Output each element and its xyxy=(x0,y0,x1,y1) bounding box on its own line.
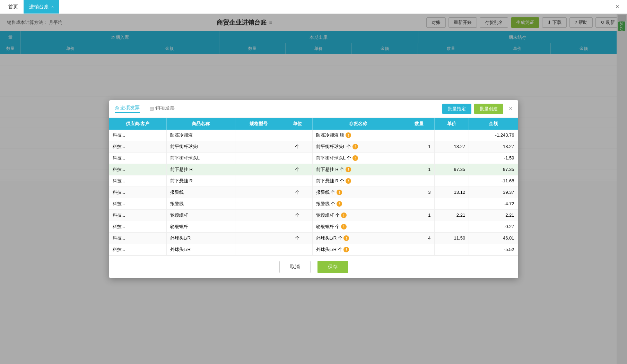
table-cell-5 xyxy=(404,130,434,141)
table-cell-6: 13.12 xyxy=(434,187,469,198)
table-cell-4: 外球头L/R 个 ! xyxy=(312,232,404,244)
table-row[interactable]: 科技...前下悬挂 R前下悬挂 R 个 !-11.68 xyxy=(109,175,518,187)
table-cell-0: 科技... xyxy=(109,209,167,221)
table-cell-0: 科技... xyxy=(109,175,167,187)
table-cell-5: 3 xyxy=(404,187,434,198)
table-cell-5: 1 xyxy=(404,164,434,175)
col-quantity: 数量 xyxy=(404,118,434,130)
col-spec: 规格型号 xyxy=(235,118,282,130)
table-cell-2 xyxy=(235,198,282,209)
table-cell-3 xyxy=(282,244,312,255)
table-cell-1: 报警线 xyxy=(166,198,235,209)
table-cell-5 xyxy=(404,244,434,255)
table-cell-2 xyxy=(235,175,282,187)
modal-header-actions: 批量指定 批量创建 × xyxy=(442,104,513,114)
table-row[interactable]: 科技...外球头L/R外球头L/R 个 !-5.52 xyxy=(109,244,518,255)
col-amount: 金额 xyxy=(469,118,518,130)
table-cell-2 xyxy=(235,232,282,244)
table-cell-7: 39.37 xyxy=(469,187,518,198)
modal-footer: 取消 保存 xyxy=(109,255,518,278)
tab-outbound-invoice[interactable]: ▤ 销项发票 xyxy=(149,105,175,113)
table-cell-0: 科技... xyxy=(109,130,167,141)
top-bar: 首页 进销台账 × × xyxy=(0,0,627,14)
cancel-button[interactable]: 取消 xyxy=(279,261,311,273)
table-cell-4: 前平衡杆球头L 个 ! xyxy=(312,152,404,164)
table-cell-3: 个 xyxy=(282,232,312,244)
table-cell-2 xyxy=(235,221,282,232)
table-cell-6 xyxy=(434,152,469,164)
table-cell-2 xyxy=(235,187,282,198)
table-cell-7: -4.72 xyxy=(469,198,518,209)
table-cell-6: 11.50 xyxy=(434,232,469,244)
inbound-tab-icon: ◎ xyxy=(115,105,119,111)
table-cell-4: 前下悬挂 R 个 ! xyxy=(312,175,404,187)
table-cell-3: 个 xyxy=(282,141,312,152)
table-cell-1: 前平衡杆球头L xyxy=(166,141,235,152)
table-cell-0: 科技... xyxy=(109,187,167,198)
table-cell-7: 13.27 xyxy=(469,141,518,152)
col-supplier: 供应商/客户 xyxy=(109,118,167,130)
table-cell-7: 2.21 xyxy=(469,209,518,221)
table-cell-5 xyxy=(404,152,434,164)
table-cell-6 xyxy=(434,244,469,255)
tab-label: 进销台账 xyxy=(29,4,49,10)
table-cell-7: 46.01 xyxy=(469,232,518,244)
table-cell-1: 外球头L/R xyxy=(166,244,235,255)
home-tab[interactable]: 首页 xyxy=(3,0,24,14)
table-cell-3 xyxy=(282,175,312,187)
batch-assign-button[interactable]: 批量指定 xyxy=(442,104,471,114)
table-cell-2 xyxy=(235,209,282,221)
table-cell-0: 科技... xyxy=(109,164,167,175)
table-cell-6 xyxy=(434,221,469,232)
table-cell-3 xyxy=(282,198,312,209)
tab-inbound-invoice[interactable]: ◎ 进项发票 xyxy=(115,105,140,113)
jinxiao-tab[interactable]: 进销台账 × xyxy=(24,0,59,14)
table-row[interactable]: 科技...报警线个报警线 个 !313.1239.37 xyxy=(109,187,518,198)
table-cell-3 xyxy=(282,152,312,164)
batch-create-button[interactable]: 批量创建 xyxy=(474,104,503,114)
table-cell-2 xyxy=(235,244,282,255)
main-page: 销售成本计算方法： 月平均 商贸企业进销台账 ≡ 对账 重新开账 存货别名 生成… xyxy=(0,14,627,364)
table-cell-4: 外球头L/R 个 ! xyxy=(312,244,404,255)
save-button[interactable]: 保存 xyxy=(317,261,348,273)
table-cell-5: 4 xyxy=(404,232,434,244)
table-cell-0: 科技... xyxy=(109,152,167,164)
col-unit: 单位 xyxy=(282,118,312,130)
table-cell-0: 科技... xyxy=(109,244,167,255)
table-cell-4: 轮毂螺杆 个 ! xyxy=(312,209,404,221)
table-cell-3: 个 xyxy=(282,187,312,198)
table-cell-0: 科技... xyxy=(109,221,167,232)
table-cell-3 xyxy=(282,130,312,141)
table-row[interactable]: 科技...报警线报警线 个 !-4.72 xyxy=(109,198,518,209)
table-cell-1: 外球头L/R xyxy=(166,232,235,244)
modal-table-container: 供应商/客户 商品名称 规格型号 单位 存货名称 数量 单价 金额 科技...防… xyxy=(109,118,518,255)
table-row[interactable]: 科技...外球头L/R个外球头L/R 个 !411.5046.01 xyxy=(109,232,518,244)
table-cell-2 xyxy=(235,141,282,152)
table-cell-0: 科技... xyxy=(109,232,167,244)
modal-overlay: ◎ 进项发票 ▤ 销项发票 批量指定 批量创建 × xyxy=(0,14,627,364)
table-cell-6: 2.21 xyxy=(434,209,469,221)
col-product-name: 商品名称 xyxy=(166,118,235,130)
table-cell-6 xyxy=(434,198,469,209)
table-row[interactable]: 科技...轮毂螺杆轮毂螺杆 个 !-0.27 xyxy=(109,221,518,232)
table-cell-4: 报警线 个 ! xyxy=(312,187,404,198)
table-cell-6 xyxy=(434,130,469,141)
table-cell-6: 97.35 xyxy=(434,164,469,175)
table-cell-2 xyxy=(235,130,282,141)
window-close-button[interactable]: × xyxy=(610,0,624,14)
table-row[interactable]: 科技...前平衡杆球头L前平衡杆球头L 个 !-1.59 xyxy=(109,152,518,164)
table-cell-7: -5.52 xyxy=(469,244,518,255)
col-unit-price: 单价 xyxy=(434,118,469,130)
invoice-table-body: 科技...防冻冷却液防冻冷却液 瓶 !-1,243.76科技...前平衡杆球头L… xyxy=(109,130,518,255)
table-header-row: 供应商/客户 商品名称 规格型号 单位 存货名称 数量 单价 金额 xyxy=(109,118,518,130)
table-row[interactable]: 科技...前下悬挂 R个前下悬挂 R 个 !197.3597.35 xyxy=(109,164,518,175)
table-row[interactable]: 科技...防冻冷却液防冻冷却液 瓶 !-1,243.76 xyxy=(109,130,518,141)
tab-close-icon[interactable]: × xyxy=(51,5,54,9)
table-cell-1: 前下悬挂 R xyxy=(166,164,235,175)
table-cell-4: 前下悬挂 R 个 ! xyxy=(312,164,404,175)
table-cell-1: 防冻冷却液 xyxy=(166,130,235,141)
table-row[interactable]: 科技...前平衡杆球头L个前平衡杆球头L 个 !113.2713.27 xyxy=(109,141,518,152)
table-row[interactable]: 科技...轮毂螺杆个轮毂螺杆 个 !12.212.21 xyxy=(109,209,518,221)
modal-close-button[interactable]: × xyxy=(509,104,513,114)
table-cell-1: 轮毂螺杆 xyxy=(166,209,235,221)
